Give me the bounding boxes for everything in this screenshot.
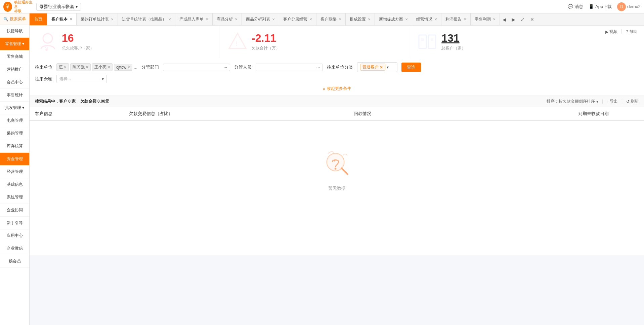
tab-close-retail-profit[interactable]: ✕ bbox=[493, 17, 496, 21]
unit-type-chevron: ▾ bbox=[387, 65, 389, 70]
tag-close-chen[interactable]: ✕ bbox=[86, 65, 88, 69]
tag-close-wu[interactable]: ✕ bbox=[64, 65, 67, 69]
refresh-icon: ↺ bbox=[626, 99, 630, 104]
tab-promotion-settings[interactable]: 提成设置 ✕ bbox=[346, 13, 375, 25]
tab-profit-report[interactable]: 利润报告 ✕ bbox=[441, 13, 471, 25]
filter-tag-chen[interactable]: 陈民强 ✕ bbox=[70, 63, 91, 71]
tab-incoming-stats[interactable]: 进货单统计表（按商品） ✕ bbox=[118, 13, 175, 25]
sidebar-item-ecommerce[interactable]: 电商管理 bbox=[0, 114, 29, 127]
sidebar-item-inventory[interactable]: 库存核算 bbox=[0, 140, 29, 153]
sort-selector[interactable]: 排序：按欠款金额倒序排序 ▾ bbox=[547, 99, 598, 104]
search-button[interactable]: 查询 bbox=[401, 63, 421, 72]
account-selector[interactable]: 母婴行业演示帐套 ▾ bbox=[36, 3, 81, 11]
sidebar-item-shortcut[interactable]: 快捷导航 bbox=[0, 25, 29, 38]
tab-close-customer-contact[interactable]: ✕ bbox=[339, 17, 341, 21]
refresh-button[interactable]: ↺ 刷新 bbox=[626, 99, 639, 104]
sidebar-item-basic-info[interactable]: 基础信息 bbox=[0, 178, 29, 191]
sidebar-item-enterprise[interactable]: 企业协同 bbox=[0, 204, 29, 217]
tab-retail-profit[interactable]: 零售利润 ✕ bbox=[471, 13, 500, 25]
sidebar-item-operations[interactable]: 经营管理 bbox=[0, 166, 29, 178]
filter-tag-wang[interactable]: 王小亮 ✕ bbox=[92, 63, 113, 71]
tab-close-profit-report[interactable]: ✕ bbox=[464, 17, 466, 21]
person-more-icon: ··· bbox=[316, 65, 320, 70]
collapse-icon: ∧ bbox=[323, 86, 326, 91]
tab-customer-segment[interactable]: 客户分层经营 ✕ bbox=[279, 13, 316, 25]
tab-customer-accounts[interactable]: 客户账本 ✕ bbox=[47, 13, 77, 25]
sidebar-item-purchase[interactable]: 采购管理 bbox=[0, 127, 29, 140]
empty-icon bbox=[320, 148, 354, 181]
user-profile[interactable]: D demo2 bbox=[617, 2, 641, 11]
export-button[interactable]: ↑ 导出 bbox=[607, 99, 618, 104]
tab-new-promotion[interactable]: 新增提成方案 ✕ bbox=[375, 13, 412, 25]
tab-close-operations-status[interactable]: ✕ bbox=[434, 17, 437, 21]
sidebar-item-retail-mall[interactable]: 零售商城 bbox=[0, 50, 29, 63]
tab-operations-status[interactable]: 经营情况 ✕ bbox=[412, 13, 441, 25]
tab-close-customer-accounts[interactable]: ✕ bbox=[70, 17, 72, 21]
total-customers-value: 131 bbox=[441, 33, 466, 43]
filter-more-tags[interactable]: ... bbox=[134, 65, 137, 70]
remainder-filter-select[interactable]: 选择... ▾ bbox=[56, 75, 107, 83]
tab-close-incoming-stats[interactable]: ✕ bbox=[168, 17, 171, 21]
dept-more-icon: ··· bbox=[224, 65, 227, 70]
search-menu-button[interactable]: 🔍 搜索菜单 bbox=[0, 13, 29, 25]
unit-type-tag-close[interactable]: ✕ bbox=[380, 65, 383, 70]
sidebar-item-system[interactable]: 系统管理 bbox=[0, 191, 29, 204]
sidebar-item-retail-stats[interactable]: 零售统计 bbox=[0, 89, 29, 102]
sidebar-item-app-center[interactable]: 应用中心 bbox=[0, 229, 29, 242]
sidebar-item-marketing[interactable]: 营销推广 bbox=[0, 63, 29, 76]
video-link[interactable]: ▶ 视频 bbox=[605, 29, 617, 35]
tab-maximize[interactable]: ⤢ bbox=[518, 17, 527, 22]
dept-filter-select[interactable]: ··· bbox=[163, 64, 230, 71]
tab-scroll-left[interactable]: ◀ bbox=[500, 17, 509, 22]
tab-close-promotion-settings[interactable]: ✕ bbox=[368, 17, 371, 21]
tab-close-product-analysis[interactable]: ✕ bbox=[235, 17, 238, 21]
export-icon: ↑ bbox=[607, 99, 609, 104]
col-due-date: 到期未收款日期 bbox=[578, 111, 639, 117]
empty-state: 暂无数据 bbox=[30, 121, 644, 218]
unit-type-filter-select[interactable]: 普通客户 ✕ ▾ bbox=[357, 62, 397, 72]
messages-button[interactable]: 💬 消息 bbox=[568, 4, 583, 10]
sidebar-item-wechat[interactable]: 企业微信 bbox=[0, 242, 29, 255]
debt-customers-value: 16 bbox=[62, 33, 94, 43]
col-customer-info: 客户信息 bbox=[35, 111, 129, 117]
stat-total-customers: 131 总客户（家） bbox=[409, 26, 599, 58]
app-download-button[interactable]: 📱 App下载 bbox=[589, 4, 612, 10]
logo-text: 畅捷通好生意 标版 bbox=[14, 0, 33, 13]
result-info: 搜索结果中，客户 0 家 欠款金额 0.00元 bbox=[35, 99, 109, 104]
tag-close-cjttcw[interactable]: ✕ bbox=[127, 65, 130, 69]
sidebar-item-batch-mgmt[interactable]: 批发管理 ▾ bbox=[0, 102, 29, 114]
help-link[interactable]: ? 帮助 bbox=[626, 29, 637, 35]
sidebar-item-member[interactable]: 会员中心 bbox=[0, 76, 29, 89]
filter-tag-cjttcw[interactable]: cjttcw ✕ bbox=[114, 64, 132, 71]
tab-customer-contact[interactable]: 客户联络 ✕ bbox=[316, 13, 346, 25]
tab-close-purchase-order[interactable]: ✕ bbox=[111, 17, 114, 21]
tab-close-all[interactable]: ✕ bbox=[527, 17, 537, 22]
video-icon: ▶ bbox=[605, 30, 608, 34]
tab-close-new-promotion[interactable]: ✕ bbox=[405, 17, 408, 21]
person-filter-select[interactable]: ··· bbox=[256, 64, 323, 71]
tab-product-analysis[interactable]: 商品分析 ✕ bbox=[213, 13, 242, 25]
tab-home[interactable]: 首页 bbox=[30, 13, 47, 25]
svg-point-10 bbox=[334, 168, 336, 170]
tab-production-in[interactable]: 产成品入库单 ✕ bbox=[175, 13, 213, 25]
tab-product-analysis-list[interactable]: 商品分析列表 ✕ bbox=[242, 13, 279, 25]
collapse-filter-button[interactable]: ∧ 收起更多条件 bbox=[35, 86, 639, 92]
sidebar-item-finance[interactable]: 资金管理 bbox=[0, 153, 29, 166]
header-right: 💬 消息 📱 App下载 D demo2 bbox=[568, 2, 641, 11]
table: 客户信息 欠款交易信息（占比） 回款情况 到期未收款日期 bbox=[30, 107, 644, 255]
sidebar-item-newbie[interactable]: 新手引导 bbox=[0, 217, 29, 229]
empty-text: 暂无数据 bbox=[328, 185, 346, 191]
tab-scroll-right[interactable]: ▶ bbox=[509, 17, 518, 22]
tab-close-customer-segment[interactable]: ✕ bbox=[309, 17, 312, 21]
tag-close-wang[interactable]: ✕ bbox=[108, 65, 110, 69]
filter-area: 往来单位 伍 ✕ 陈民强 ✕ 王小亮 ✕ bbox=[30, 58, 644, 96]
sidebar-item-vip[interactable]: 畅会员 bbox=[0, 255, 29, 268]
tab-close-product-analysis-list[interactable]: ✕ bbox=[272, 17, 275, 21]
sidebar-item-retail-mgmt[interactable]: 零售管理 ▾ bbox=[0, 38, 29, 50]
filter-tag-wu[interactable]: 伍 ✕ bbox=[56, 63, 69, 71]
remainder-filter-label: 往来余额 bbox=[35, 76, 52, 82]
tab-purchase-order[interactable]: 采购订单统计表 ✕ bbox=[77, 13, 118, 25]
message-icon: 💬 bbox=[568, 4, 573, 9]
tab-close-production-in[interactable]: ✕ bbox=[206, 17, 208, 21]
debt-total-label: 欠款合计（万） bbox=[252, 45, 280, 51]
